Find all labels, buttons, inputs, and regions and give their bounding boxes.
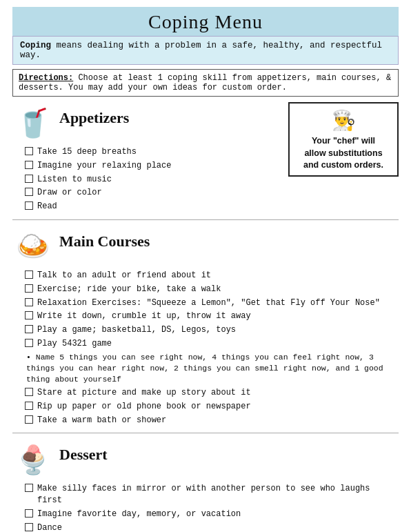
list-item: Play a game; basketball, DS, Legos, toys [25, 324, 399, 336]
intro-box: Coping means dealing with a problem in a… [12, 36, 399, 65]
item-text: Imagine your relaxing place [37, 160, 171, 172]
item-text: Exercise; ride your bike, take a walk [37, 284, 221, 295]
checkbox[interactable] [25, 147, 33, 155]
item-text: Write it down, crumble it up, throw it a… [37, 311, 251, 322]
checkbox[interactable] [25, 325, 33, 333]
list-item: Make silly faces in mirror or with anoth… [25, 483, 399, 506]
list-item: Rip up paper or old phone book or newspa… [25, 401, 399, 413]
checkbox[interactable] [25, 388, 33, 396]
directions-label: Directions: [19, 73, 73, 83]
list-item: Talk to an adult or friend about it [25, 270, 399, 282]
list-item: Draw or color [25, 187, 399, 199]
chef-line3: and custom orders. [303, 160, 383, 170]
divider-2 [12, 433, 399, 433]
checkbox[interactable] [25, 523, 33, 531]
dessert-section: 🍨 Dessert Make silly faces in mirror or … [12, 439, 399, 532]
dessert-list: Make silly faces in mirror or with anoth… [12, 483, 399, 532]
checkbox[interactable] [25, 311, 33, 319]
main-courses-list-2: Stare at picture and make up story about… [12, 387, 399, 426]
checkbox[interactable] [25, 284, 33, 293]
appetizers-title: Appetizers [59, 102, 129, 127]
list-item: Dance [25, 522, 399, 532]
item-text: Stare at picture and make up story about… [37, 387, 251, 399]
item-text: Make silly faces in mirror or with anoth… [37, 483, 399, 506]
chef-line2: allow substitutions [304, 148, 382, 158]
list-item: Take a warm bath or shower [25, 415, 399, 426]
checkbox[interactable] [25, 402, 33, 410]
chef-hat-icon: 👨‍🍳 [295, 107, 392, 134]
main-courses-section: 🍛 Main Courses Talk to an adult or frien… [12, 226, 399, 426]
item-text: Relaxation Exercises: "Squeeze a Lemon",… [37, 297, 380, 309]
item-text: Play 54321 game [37, 338, 112, 350]
chef-box: 👨‍🍳 Your "chef" will allow substitutions… [288, 102, 399, 177]
intro-bold: Coping [20, 41, 51, 50]
appetizers-icon: 🥤 [12, 102, 54, 144]
item-text: Draw or color [37, 187, 102, 199]
checkbox[interactable] [25, 509, 33, 518]
dessert-icon: 🍨 [12, 439, 54, 480]
page-title: Coping Menu [12, 7, 399, 36]
item-text: Rip up paper or old phone book or newspa… [37, 401, 251, 413]
sub-bullet: Name 5 things you can see right now, 4 t… [12, 352, 399, 385]
directions-box: Directions: Choose at least 1 coping ski… [12, 69, 399, 97]
list-item: Imagine favorite day, memory, or vacatio… [25, 509, 399, 520]
checkbox[interactable] [25, 298, 33, 306]
list-item: Relaxation Exercises: "Squeeze a Lemon",… [25, 297, 399, 309]
item-text: Imagine favorite day, memory, or vacatio… [37, 509, 241, 520]
item-text: Dance [37, 522, 62, 532]
dessert-title: Dessert [59, 439, 108, 464]
main-courses-list: Talk to an adult or friend about it Exer… [12, 270, 399, 350]
list-item: Play 54321 game [25, 338, 399, 350]
checkbox[interactable] [25, 201, 33, 210]
list-item: Write it down, crumble it up, throw it a… [25, 311, 399, 322]
main-courses-title: Main Courses [59, 226, 150, 250]
item-text: Play a game; basketball, DS, Legos, toys [37, 324, 236, 336]
checkbox[interactable] [25, 188, 33, 196]
list-item: Read [25, 201, 399, 213]
item-text: Listen to music [37, 174, 112, 186]
intro-text: means dealing with a problem in a safe, … [20, 41, 382, 60]
directions-text: Choose at least 1 coping skill from appe… [19, 73, 391, 92]
checkbox[interactable] [25, 270, 33, 279]
item-text: Read [37, 201, 57, 213]
checkbox[interactable] [25, 175, 33, 183]
appetizers-section: 🥤 Appetizers 👨‍🍳 Your "chef" will allow … [12, 102, 399, 213]
item-text: Take 15 deep breaths [37, 146, 137, 158]
divider-1 [12, 219, 399, 220]
checkbox[interactable] [25, 415, 33, 424]
checkbox[interactable] [25, 484, 33, 492]
checkbox[interactable] [25, 339, 33, 347]
list-item: Stare at picture and make up story about… [25, 387, 399, 399]
list-item: Exercise; ride your bike, take a walk [25, 284, 399, 295]
chef-line1: Your "chef" will [312, 136, 375, 146]
main-courses-icon: 🍛 [12, 226, 54, 267]
item-text: Take a warm bath or shower [37, 415, 166, 426]
checkbox[interactable] [25, 161, 33, 169]
item-text: Talk to an adult or friend about it [37, 270, 211, 282]
